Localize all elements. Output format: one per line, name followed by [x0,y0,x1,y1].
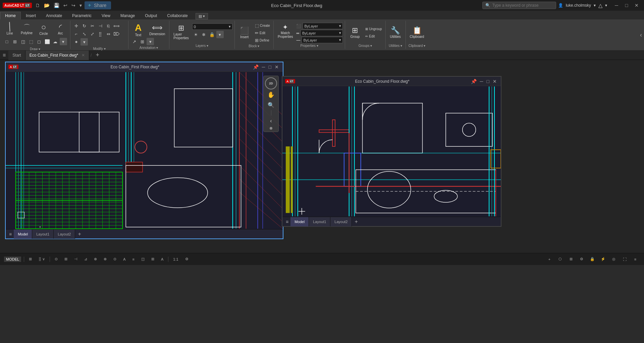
fullscreen-button[interactable]: ⛶ [620,255,629,264]
clipboard-button[interactable]: 📋 Clipboard [408,26,426,40]
first-floor-minimize-button[interactable]: ─ [261,64,267,70]
object-snap-tracking-button[interactable]: ⊕ [102,256,109,262]
layer-dropdown[interactable]: 0 ▾ [192,23,232,30]
ground-floor-maximize-button[interactable]: □ [485,78,491,85]
arc-button[interactable]: ◜ Arc [53,22,68,36]
autoscale-button[interactable]: ⊞ [566,255,576,264]
settings-dropdown[interactable]: ▾ [605,3,607,8]
text-button[interactable]: A Text [130,22,146,38]
username[interactable]: luke.cholmsky [566,3,591,8]
layer-lock-icon[interactable]: 🔒 [208,31,216,38]
mirror-icon[interactable]: ⟺ [113,22,120,29]
quick-access-dropdown[interactable]: ▾ [78,2,83,9]
viewport-scale-button[interactable]: ⣿ ∨ [37,256,47,262]
boundary-icon[interactable]: ⬚ [28,38,35,45]
utilities-group-label[interactable]: Utilities ▾ [388,43,404,48]
pan-button[interactable]: ✋ [266,90,276,99]
block-group-label[interactable]: Block ▾ [237,44,271,48]
groups-group-label[interactable]: Groups ▾ [347,43,383,48]
insert-button[interactable]: ⬛ Insert [237,26,252,40]
tab-view[interactable]: View [97,12,115,19]
layer-properties-button[interactable]: ⊞ LayerProperties [171,23,191,41]
ground-floor-pin-button[interactable]: 📌 [470,78,478,85]
grid-display-button[interactable]: ⊞ [62,256,69,262]
dynamic-ucs-button[interactable]: ⊙ [111,256,118,262]
view-cube-button[interactable]: 2D [265,77,277,89]
tab-collaborate[interactable]: Collaborate [162,12,193,19]
first-floor-layout1-tab[interactable]: Layout1 [32,229,54,239]
ground-floor-layout1-tab[interactable]: Layout1 [309,217,330,226]
annotation-visibility-button[interactable]: ⬡ [555,255,565,264]
transparency-button[interactable]: ◫ [139,256,147,262]
customize-button[interactable]: ≡ [631,255,640,264]
new-tab-button[interactable]: + [93,52,102,59]
workspace-switching-button[interactable]: ⚙ [577,255,586,264]
object-snap-button[interactable]: ⊕ [92,256,99,262]
move-icon[interactable]: ✛ [72,22,80,29]
close-button[interactable]: ✕ [632,2,641,9]
annotation-more-icon[interactable]: ▾ [147,38,154,45]
ribbon-collapse-button[interactable]: ‹ [638,21,644,49]
copy-icon[interactable]: ⎗ [105,22,112,29]
redo-icon[interactable]: ↪ [70,2,77,9]
line-button[interactable]: ╱ Line [2,22,17,36]
user-dropdown[interactable]: ▾ [594,3,596,8]
rectangle-icon[interactable]: □ [3,38,11,45]
stretch-icon[interactable]: ⤡ [80,30,88,38]
color-dropdown[interactable]: ByLayer ▾ [303,23,343,29]
selection-cycling-button[interactable]: ⊞ [149,256,156,262]
array-icon[interactable]: ⣿ [97,30,104,38]
ground-floor-layout2-tab[interactable]: Layout2 [330,217,352,226]
first-floor-add-layout[interactable]: + [75,231,84,237]
workspace-settings-button[interactable]: ⚙ [183,256,191,262]
lineweight-dropdown[interactable]: ByLayer ▾ [302,37,343,43]
multileader-icon[interactable]: ↗ [130,38,138,45]
tab-manage[interactable]: Manage [115,12,140,19]
first-floor-maximize-button[interactable]: □ [267,64,273,70]
gradient-icon[interactable]: ◫ [19,38,27,45]
ground-floor-model-tab[interactable]: Model [290,217,309,226]
new-file-icon[interactable]: 🗋 [34,2,41,9]
start-tab[interactable]: Start [8,51,25,60]
layer-more-icon[interactable]: ▾ [216,31,224,38]
scale-icon[interactable]: ⤢ [89,30,96,38]
fillet-icon[interactable]: ⌐ [72,30,80,38]
first-floor-layout-menu[interactable]: ≡ [7,231,14,237]
match-properties-button[interactable]: ✦ MatchProperties [276,23,295,40]
layer-freeze-icon[interactable]: ❄ [200,31,208,38]
maximize-button[interactable]: □ [622,2,631,9]
extend-icon[interactable]: ⊣ [97,22,104,29]
properties-group-label[interactable]: Properties ▾ [276,43,343,48]
group-edit-btn[interactable]: ✏ Edit [364,33,383,40]
annotation-monitor-button[interactable]: A [159,257,165,262]
doc-tabs-menu-icon[interactable]: ≡ [3,52,6,58]
ortho-mode-button[interactable]: ⊣ [72,256,79,262]
hatch-icon[interactable]: ⊞ [11,38,19,45]
ground-floor-minimize-button[interactable]: ─ [479,78,485,85]
tab-home[interactable]: Home [0,12,21,19]
define-attrib-btn[interactable]: ⊞ Define [254,37,271,44]
undo-icon[interactable]: ↩ [62,2,69,9]
ungroup-btn[interactable]: ⊠ Ungroup [364,26,383,32]
model-space-button[interactable]: MODEL [4,257,21,262]
trim-icon[interactable]: ✂ [89,22,96,29]
open-file-icon[interactable]: 📂 [43,2,51,9]
offset-icon[interactable]: ⇔ [105,30,112,38]
ground-floor-canvas[interactable] [282,86,501,217]
tab-insert[interactable]: Insert [21,12,41,19]
isolate-objects-button[interactable]: ◎ [609,255,619,264]
minimize-button[interactable]: ─ [612,2,621,9]
utilities-button[interactable]: 🔧 Utilities [388,26,403,40]
draw-more-icon[interactable]: ▾ [60,38,67,45]
ground-floor-layout-menu[interactable]: ≡ [284,219,290,224]
save-icon[interactable]: 💾 [52,2,61,9]
first-floor-model-tab[interactable]: Model [14,229,32,239]
clipboard-group-label[interactable]: Clipboard ▾ [408,43,426,48]
polar-tracking-button[interactable]: ⊿ [82,256,89,262]
search-box[interactable]: 🔍 [482,2,556,9]
linetype-dropdown[interactable]: ByLayer ▾ [301,30,343,36]
zoom-button[interactable]: 🔍 [266,100,276,110]
erase-icon[interactable]: ⌦ [113,30,120,38]
region-icon[interactable]: ◻ [36,38,43,45]
display-layout-tabs-button[interactable]: ⊞ [27,256,34,262]
